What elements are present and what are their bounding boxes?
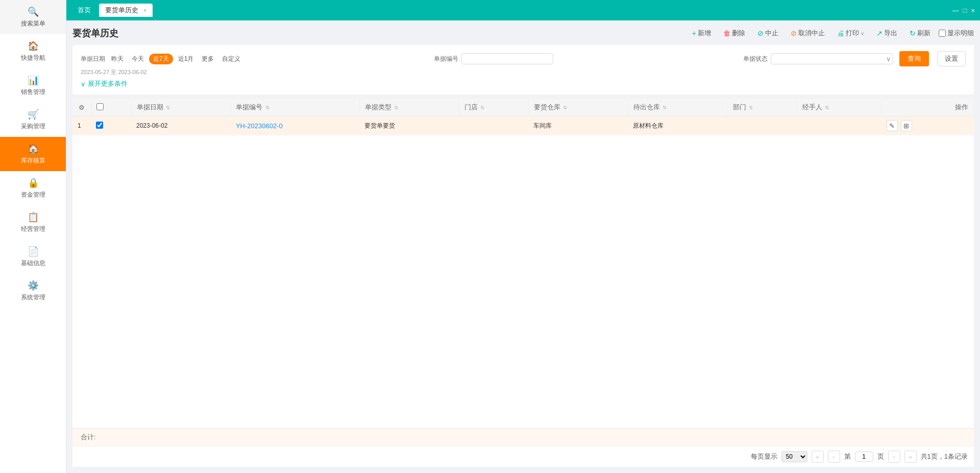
maximize-icon[interactable]: □ bbox=[963, 7, 967, 14]
per-page-label: 每页显示 bbox=[751, 452, 777, 461]
export-icon: ↗ bbox=[876, 29, 883, 37]
sidebar-baseinfo-label: 基础信息 bbox=[21, 259, 45, 268]
row-edit-button[interactable]: ✎ bbox=[887, 120, 898, 131]
page-header: 要货单历史 + 新增 🗑 删除 ⊘ 中止 ⊘ 取消中止 bbox=[72, 27, 974, 40]
th-dept[interactable]: 部门 ⇅ bbox=[727, 99, 797, 116]
date-btn-1month[interactable]: 近1月 bbox=[175, 54, 197, 64]
th-store[interactable]: 门店 ⇅ bbox=[459, 99, 528, 116]
setting-button[interactable]: 设置 bbox=[937, 51, 966, 66]
sidebar-item-operations[interactable]: 📋 经营管理 bbox=[0, 205, 66, 240]
sidebar-item-finance[interactable]: 🔒 资金管理 bbox=[0, 171, 66, 205]
pagination: 每页显示 10 20 50 100 « ‹ 第 页 › » 共1页，1条记录 bbox=[72, 446, 974, 467]
per-page-select[interactable]: 10 20 50 100 bbox=[781, 451, 807, 462]
close-window-icon[interactable]: × bbox=[971, 7, 975, 14]
tab-active[interactable]: 要货单历史 × bbox=[99, 4, 153, 17]
print-button[interactable]: 🖨 打印 ∨ bbox=[833, 27, 868, 40]
last-page-button[interactable]: » bbox=[904, 451, 917, 463]
filter-orderno-input[interactable] bbox=[461, 53, 553, 64]
search-menu-icon: 🔍 bbox=[28, 6, 39, 17]
date-btn-group: 昨天 今天 近7天 近1月 更多 自定义 bbox=[108, 54, 243, 64]
sort-orderno-icon: ⇅ bbox=[265, 105, 270, 110]
status-dropdown-icon[interactable]: ∨ bbox=[886, 55, 891, 63]
row-detail-button[interactable]: ⊞ bbox=[901, 120, 912, 131]
display-detail-checkbox[interactable] bbox=[939, 30, 946, 37]
table-body: 1 2023-06-02 YH-20230602-0 要货单要货 车间库 原材料… bbox=[72, 116, 974, 135]
sort-handler-icon: ⇅ bbox=[825, 105, 829, 110]
date-btn-yesterday[interactable]: 昨天 bbox=[108, 54, 127, 64]
sidebar-item-baseinfo[interactable]: 📄 基础信息 bbox=[0, 240, 66, 274]
row-checkbox[interactable] bbox=[96, 122, 103, 129]
display-detail-toggle[interactable]: 显示明细 bbox=[939, 29, 974, 38]
date-btn-more[interactable]: 更多 bbox=[199, 54, 217, 64]
minimize-icon[interactable]: — bbox=[952, 7, 959, 14]
td-store bbox=[459, 116, 528, 135]
td-reqwarehouse: 车间库 bbox=[528, 116, 628, 135]
stop-icon: ⊘ bbox=[757, 29, 764, 37]
td-type: 要货单要货 bbox=[359, 116, 459, 135]
export-button[interactable]: ↗ 导出 bbox=[872, 27, 901, 40]
th-orderno[interactable]: 单据编号 ⇅ bbox=[231, 99, 359, 116]
td-date: 2023-06-02 bbox=[131, 116, 231, 135]
date-btn-custom[interactable]: 自定义 bbox=[219, 54, 243, 64]
page-title: 要货单历史 bbox=[72, 27, 118, 39]
sales-icon: 📊 bbox=[28, 75, 39, 86]
page-input[interactable] bbox=[855, 452, 873, 462]
sidebar-item-purchase[interactable]: 🛒 采购管理 bbox=[0, 103, 66, 137]
order-link[interactable]: YH-20230602-0 bbox=[236, 122, 283, 130]
tab-close-icon[interactable]: × bbox=[143, 7, 146, 13]
th-action: 操作 bbox=[881, 99, 974, 116]
topbar-window-controls: — □ × bbox=[952, 7, 975, 14]
new-button[interactable]: + 新增 bbox=[688, 27, 715, 40]
sort-store-icon: ⇅ bbox=[480, 105, 484, 110]
page-suffix: 页 bbox=[877, 452, 884, 461]
query-button[interactable]: 查询 bbox=[899, 51, 929, 66]
th-date[interactable]: 单据日期 ⇅ bbox=[131, 99, 231, 116]
tab-active-label: 要货单历史 bbox=[105, 6, 138, 15]
first-page-button[interactable]: « bbox=[812, 451, 824, 463]
sidebar-item-search[interactable]: 🔍 搜索菜单 bbox=[0, 0, 66, 34]
th-type[interactable]: 单据类型 ⇅ bbox=[359, 99, 459, 116]
date-btn-today[interactable]: 今天 bbox=[129, 54, 147, 64]
table-header-row: ⚙ 单据日期 ⇅ 单据编号 ⇅ bbox=[72, 99, 974, 116]
sort-dept-icon: ⇅ bbox=[749, 105, 753, 110]
filter-orderno-label: 单据编号 bbox=[434, 55, 458, 63]
date-btn-7days[interactable]: 近7天 bbox=[149, 54, 173, 64]
stop-button[interactable]: ⊘ 中止 bbox=[753, 27, 782, 40]
sidebar-item-sysmgmt[interactable]: ⚙️ 系统管理 bbox=[0, 274, 66, 308]
filter-row-date-range: 2023-05-27 至 2023-06-02 bbox=[81, 68, 966, 76]
inventory-icon: 🏠 bbox=[28, 143, 39, 154]
sidebar-item-quicknav[interactable]: 🏠 快捷导航 bbox=[0, 34, 66, 68]
toolbar: + 新增 🗑 删除 ⊘ 中止 ⊘ 取消中止 🖨 打印 bbox=[688, 27, 974, 40]
sidebar-item-sales[interactable]: 📊 销售管理 bbox=[0, 68, 66, 103]
tab-home[interactable]: 首页 bbox=[71, 4, 97, 17]
print-arrow-icon: ∨ bbox=[861, 31, 864, 36]
expand-more-btn[interactable]: ∨ 展开更多条件 bbox=[81, 79, 966, 88]
sidebar-inventory-label: 库存核算 bbox=[21, 156, 45, 165]
delete-button[interactable]: 🗑 删除 bbox=[719, 27, 749, 40]
th-handler[interactable]: 经手人 ⇅ bbox=[797, 99, 881, 116]
filter-status-input[interactable] bbox=[771, 53, 893, 64]
th-pendingwarehouse[interactable]: 待出仓库 ⇅ bbox=[628, 99, 727, 116]
print-label: 打印 bbox=[846, 29, 859, 38]
delete-label: 删除 bbox=[732, 29, 745, 38]
th-settings[interactable]: ⚙ bbox=[72, 99, 91, 116]
edit-icon: ✎ bbox=[889, 122, 895, 130]
filter-date-label: 单据日期 bbox=[81, 55, 105, 63]
sidebar-quicknav-label: 快捷导航 bbox=[21, 54, 45, 62]
next-page-button[interactable]: › bbox=[888, 451, 900, 463]
refresh-button[interactable]: ↻ 刷新 bbox=[905, 27, 935, 40]
select-all-checkbox[interactable] bbox=[96, 103, 104, 110]
td-orderno: YH-20230602-0 bbox=[231, 116, 359, 135]
sidebar-item-inventory[interactable]: 🏠 库存核算 bbox=[0, 137, 66, 171]
sort-type-icon: ⇅ bbox=[394, 105, 398, 110]
cancel-stop-button[interactable]: ⊘ 取消中止 bbox=[787, 27, 829, 40]
prev-page-button[interactable]: ‹ bbox=[828, 451, 840, 463]
finance-icon: 🔒 bbox=[28, 177, 39, 188]
date-range-text: 2023-05-27 至 2023-06-02 bbox=[81, 68, 147, 76]
td-action: ✎ ⊞ bbox=[881, 116, 974, 135]
th-reqwarehouse[interactable]: 要货仓库 ⇅ bbox=[528, 99, 628, 116]
td-dept bbox=[727, 116, 797, 135]
new-label: 新增 bbox=[698, 29, 711, 38]
row-action-buttons: ✎ ⊞ bbox=[887, 120, 969, 131]
table-row[interactable]: 1 2023-06-02 YH-20230602-0 要货单要货 车间库 原材料… bbox=[72, 116, 974, 135]
